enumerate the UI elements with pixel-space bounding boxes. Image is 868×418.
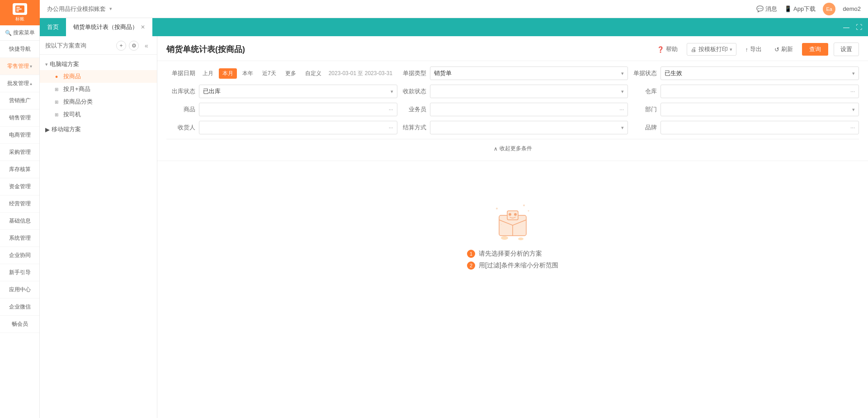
sidebar-item-quicknav[interactable]: 快捷导航 [0, 41, 39, 58]
tree-mobile-group[interactable]: ▶ 移动端方案 [40, 124, 157, 135]
marketing-label: 营销推广 [9, 97, 31, 104]
sidebar-item-basic[interactable]: 基础信息 [0, 213, 39, 230]
month-product-icon: ⊞ [52, 85, 61, 93]
collapse-btn[interactable]: ∧ 收起更多条件 [494, 142, 532, 155]
empty-step-1: 1 请先选择要分析的方案 [467, 250, 558, 258]
payment-method-arrow: ▾ [621, 125, 624, 131]
salesperson-control: ··· [430, 103, 628, 116]
panel-collapse-btn[interactable]: « [142, 41, 151, 51]
sidebar-item-sales[interactable]: 销售管理 [0, 109, 39, 127]
tab-expand-btn[interactable]: ⛶ [854, 22, 864, 33]
home-tab-label: 首页 [47, 23, 59, 31]
out-status-select[interactable]: 已出库 ▾ [199, 85, 397, 98]
date-tab-this-year[interactable]: 本年 [239, 68, 257, 79]
sidebar-item-operation[interactable]: 经营管理 [0, 195, 39, 213]
app-download-btn[interactable]: 📱 App下载 [784, 5, 816, 13]
user-avatar[interactable]: Ea [823, 3, 835, 15]
sidebar-item-purchase[interactable]: 采购管理 [0, 144, 39, 161]
tree-item-by-month-product[interactable]: ⊞ 按月+商品 [40, 83, 157, 95]
help-icon: ❓ [657, 46, 664, 53]
panel-settings-btn[interactable]: ⚙ [129, 41, 139, 51]
date-tab-more[interactable]: 更多 [282, 68, 300, 79]
sidebar-item-apps[interactable]: 应用中心 [0, 281, 39, 299]
purchase-label: 采购管理 [9, 148, 31, 156]
sidebar-item-system[interactable]: 系统管理 [0, 230, 39, 247]
user-name[interactable]: demo2 [843, 5, 861, 12]
brand-input[interactable]: ··· [660, 121, 859, 134]
date-tab-last-month[interactable]: 上月 [199, 68, 217, 79]
tab-report[interactable]: 销货单统计表（按商品） ✕ [66, 18, 152, 36]
app-logo[interactable]: 标账 [0, 0, 40, 25]
tree-item-by-category[interactable]: ⊞ 按商品分类 [40, 95, 157, 108]
warehouse-input[interactable]: ··· [660, 85, 859, 98]
message-btn[interactable]: 💬 消息 [756, 5, 777, 13]
sidebar-item-corp[interactable]: 企业协同 [0, 247, 39, 264]
refresh-btn[interactable]: ↺ 刷新 [771, 43, 797, 55]
mobile-group-label: 移动端方案 [52, 125, 81, 133]
tab-minimize-btn[interactable]: — [841, 22, 852, 33]
export-btn[interactable]: ↑ 导出 [742, 43, 766, 55]
tree-item-by-cashier[interactable]: ⊞ 按司机 [40, 108, 157, 121]
doc-status-select[interactable]: 已生效 ▾ [660, 66, 859, 80]
tab-home[interactable]: 首页 [40, 18, 66, 36]
search-menu[interactable]: 🔍 搜索菜单 [0, 25, 39, 41]
product-more[interactable]: ··· [389, 106, 393, 113]
right-content: 销货单统计表(按商品) ❓ 帮助 🖨 按模板打印 ▾ ↑ 导出 [157, 36, 868, 418]
product-input[interactable]: ··· [199, 103, 397, 116]
payment-method-control: ▾ [430, 121, 628, 134]
warehouse-more[interactable]: ··· [850, 88, 855, 95]
svg-rect-5 [507, 211, 518, 220]
panel-add-btn[interactable]: + [116, 41, 126, 51]
sidebar-item-ecom[interactable]: 电商管理 [0, 127, 39, 144]
tree-pc-group[interactable]: ▾ 电脑端方案 [40, 58, 157, 70]
expand-icon: ▾ [45, 62, 48, 67]
filter-row-2: 出库状态 已出库 ▾ 收款状态 ▾ 仓库 [166, 85, 859, 98]
out-status-arrow: ▾ [391, 89, 393, 95]
salesperson-input[interactable]: ··· [430, 103, 628, 116]
settings-btn[interactable]: 设置 [834, 43, 859, 56]
query-btn[interactable]: 查询 [802, 43, 828, 56]
out-status-control: 已出库 ▾ [199, 85, 397, 98]
help-btn[interactable]: ❓ 帮助 [653, 43, 681, 55]
svg-point-8 [496, 208, 498, 209]
mobile-expand-icon: ▶ [45, 126, 50, 133]
receiver-input[interactable]: ··· [199, 121, 397, 134]
sidebar-item-guide[interactable]: 新手引导 [0, 264, 39, 281]
sidebar-item-inventory[interactable]: 库存核算 [0, 161, 39, 178]
tab-close-icon[interactable]: ✕ [141, 24, 145, 30]
collapse-label: 收起更多条件 [500, 145, 532, 152]
filter-area: 单据日期 上月 本月 本年 近7天 更多 自定义 2023-03-01 至 20… [157, 61, 868, 161]
svg-point-7 [514, 213, 517, 216]
sidebar-item-member[interactable]: 畅会员 [0, 316, 39, 333]
payment-status-select[interactable]: ▾ [430, 85, 628, 98]
salesperson-more[interactable]: ··· [619, 106, 624, 113]
sidebar-item-finance[interactable]: 资金管理 [0, 178, 39, 195]
sales-label: 销售管理 [9, 114, 31, 122]
receiver-label: 收货人 [166, 124, 199, 132]
export-icon: ↑ [745, 46, 749, 53]
sidebar-item-retail[interactable]: 零售管理 ▾ [0, 58, 39, 75]
print-icon: 🖨 [691, 46, 697, 53]
ecom-label: 电商管理 [9, 131, 31, 139]
cashier-icon: ⊞ [52, 110, 61, 119]
payment-method-label: 结算方式 [397, 124, 430, 132]
sidebar-item-marketing[interactable]: 营销推广 [0, 92, 39, 109]
doc-type-select[interactable]: 销货单 ▾ [430, 66, 628, 80]
brand-more[interactable]: ··· [850, 124, 855, 131]
tree-item-by-product[interactable]: ● 按商品 [40, 70, 157, 83]
sidebar-item-wholesale[interactable]: 批发管理 ▴ [0, 75, 39, 92]
chevron-icon: ▴ [30, 81, 32, 86]
doc-status-arrow: ▾ [852, 71, 855, 76]
doc-type-control: 销货单 ▾ [430, 66, 628, 80]
date-tab-7days[interactable]: 近7天 [259, 68, 280, 79]
date-tab-this-month[interactable]: 本月 [219, 68, 237, 79]
print-btn[interactable]: 🖨 按模板打印 ▾ [687, 43, 736, 56]
message-icon: 💬 [756, 5, 764, 12]
sidebar-item-wechat[interactable]: 企业微信 [0, 299, 39, 316]
payment-method-select[interactable]: ▾ [430, 121, 628, 134]
by-month-product-label: 按月+商品 [63, 85, 90, 93]
receiver-more[interactable]: ··· [389, 124, 393, 131]
department-select[interactable]: ▾ [660, 103, 859, 116]
dropdown-icon[interactable]: ▾ [109, 6, 112, 12]
date-tab-custom[interactable]: 自定义 [302, 68, 325, 79]
